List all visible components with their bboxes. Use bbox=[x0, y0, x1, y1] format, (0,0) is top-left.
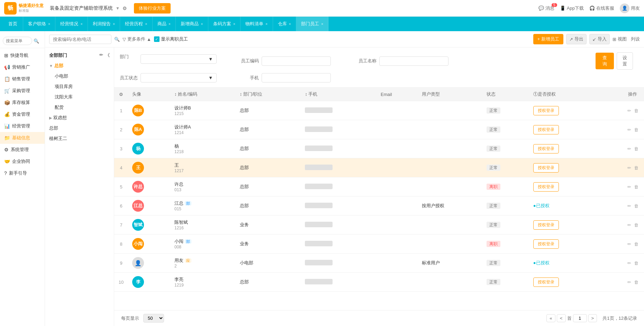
message-item[interactable]: 💬 消息 5 bbox=[538, 5, 554, 11]
tab-close-icon[interactable]: × bbox=[113, 22, 115, 26]
page-input[interactable] bbox=[573, 314, 587, 322]
export-button[interactable]: ↗ 导出 bbox=[566, 34, 587, 44]
dept-tree-child-shenyang[interactable]: 沈阳大库 bbox=[45, 92, 114, 102]
edit-icon[interactable]: ✏ bbox=[627, 261, 631, 266]
app-download-item[interactable]: 📱 App下载 bbox=[560, 5, 584, 11]
filter-more-btn[interactable]: ▽ 更多条件 ▲ bbox=[123, 36, 151, 42]
user-avatar-item[interactable]: 👤 用友 bbox=[620, 3, 640, 13]
nav-tab-客户联络[interactable]: 客户联络× bbox=[23, 17, 55, 31]
grant-login-button[interactable]: 授权登录 bbox=[533, 239, 559, 249]
row-auth[interactable]: 授权登录 bbox=[529, 120, 600, 139]
view-button[interactable]: ⊞ 视图 bbox=[613, 36, 627, 42]
delete-icon[interactable]: 🗑 bbox=[634, 108, 638, 113]
edit-icon[interactable]: ✏ bbox=[627, 165, 631, 170]
tab-close-icon[interactable]: × bbox=[321, 22, 323, 26]
nav-tab-利润报告[interactable]: 利润报告× bbox=[88, 17, 120, 31]
tab-close-icon[interactable]: × bbox=[80, 22, 82, 26]
tab-close-icon[interactable]: × bbox=[233, 22, 235, 26]
row-auth[interactable]: 授权登录 bbox=[529, 235, 600, 254]
show-resigned-checkbox[interactable]: ✓ bbox=[154, 36, 160, 42]
sidebar-item-sales[interactable]: 📋销售管理 bbox=[0, 73, 45, 85]
tab-close-icon[interactable]: × bbox=[201, 22, 203, 26]
dept-tree-child-xiaodian[interactable]: 小电部 bbox=[45, 71, 114, 81]
sidebar-search-input[interactable] bbox=[3, 37, 32, 45]
grant-login-button[interactable]: 授权登录 bbox=[533, 277, 559, 287]
per-page-select[interactable]: 50 20 100 bbox=[143, 314, 164, 323]
settings-gear-icon[interactable]: ⚙ bbox=[123, 6, 127, 11]
nav-tab-条码方案[interactable]: 条码方案× bbox=[208, 17, 241, 31]
dept-select[interactable]: ▼ bbox=[140, 54, 217, 64]
tab-close-icon[interactable]: × bbox=[169, 22, 171, 26]
col-phone-th[interactable]: ↕ 手机 bbox=[301, 88, 377, 101]
edit-icon[interactable]: ✏ bbox=[627, 184, 631, 190]
tab-close-icon[interactable]: × bbox=[289, 22, 291, 26]
sidebar-item-inventory[interactable]: 📦库存核算 bbox=[0, 97, 45, 108]
delete-icon[interactable]: 🗑 bbox=[634, 280, 638, 285]
col-name-th[interactable]: ↕ 姓名/编码 bbox=[170, 88, 236, 101]
delete-icon[interactable]: 🗑 bbox=[634, 146, 638, 151]
delete-icon[interactable]: 🗑 bbox=[634, 127, 638, 132]
sidebar-item-quick-nav[interactable]: ⊞快捷导航 bbox=[0, 50, 45, 61]
sidebar-item-system[interactable]: ⚙系统管理 bbox=[0, 144, 45, 156]
row-auth[interactable]: 授权登录 bbox=[529, 101, 600, 120]
edit-icon[interactable]: ✏ bbox=[627, 127, 631, 132]
nav-tab-经营历程[interactable]: 经营历程× bbox=[120, 17, 152, 31]
grant-login-button[interactable]: 授权登录 bbox=[533, 144, 559, 153]
edit-icon[interactable]: ✏ bbox=[627, 222, 631, 228]
prev-page-button[interactable]: < bbox=[557, 314, 566, 322]
sidebar-item-basic[interactable]: 📁基础信息 bbox=[0, 132, 45, 144]
emp-status-select[interactable]: ▼ bbox=[140, 73, 217, 82]
sidebar-item-operations[interactable]: 📊经营管理 bbox=[0, 120, 45, 132]
delete-icon[interactable]: 🗑 bbox=[634, 184, 638, 190]
edit-icon[interactable]: ✏ bbox=[627, 280, 631, 285]
import-button[interactable]: ↙ 导入 bbox=[589, 34, 610, 44]
tab-close-icon[interactable]: × bbox=[145, 22, 147, 26]
edit-icon[interactable]: ✏ bbox=[627, 203, 631, 209]
dept-tree-zhishuwangyi[interactable]: 植树王二 bbox=[45, 133, 114, 144]
nav-tab-经营情况[interactable]: 经营情况× bbox=[55, 17, 88, 31]
nav-tab-商品[interactable]: 商品× bbox=[153, 17, 176, 31]
nav-tab-首页[interactable]: 首页 bbox=[3, 17, 23, 31]
delete-icon[interactable]: 🗑 bbox=[634, 222, 638, 228]
delete-icon[interactable]: 🗑 bbox=[634, 241, 638, 247]
trial-button[interactable]: 体验行业方案 bbox=[134, 3, 171, 14]
dept-tree-zongbu[interactable]: 总部 bbox=[45, 123, 114, 133]
tab-close-icon[interactable]: × bbox=[48, 22, 50, 26]
show-resigned-checkbox-wrap[interactable]: ✓ 显示离职员工 bbox=[154, 36, 188, 42]
grant-login-button[interactable]: 授权登录 bbox=[533, 106, 559, 115]
dept-collapse-icon[interactable]: 《 bbox=[105, 52, 110, 59]
sidebar-item-finance[interactable]: 💰资金管理 bbox=[0, 108, 45, 120]
grant-login-button[interactable]: 授权登录 bbox=[533, 125, 559, 134]
dept-tree-child-project[interactable]: 项目库房 bbox=[45, 81, 114, 92]
all-dept-label[interactable]: 全部部门 bbox=[49, 52, 67, 59]
nav-tab-新增商品[interactable]: 新增商品× bbox=[176, 17, 208, 31]
delete-icon[interactable]: 🗑 bbox=[634, 165, 638, 170]
dept-tree-child-peihuo[interactable]: 配货 bbox=[45, 102, 114, 113]
phone-input[interactable] bbox=[262, 73, 331, 82]
grant-login-button[interactable]: 授权登录 bbox=[533, 163, 559, 173]
row-auth[interactable]: 授权登录 bbox=[529, 273, 600, 292]
row-auth[interactable]: 授权登录 bbox=[529, 139, 600, 158]
nav-tab-仓库[interactable]: 仓库× bbox=[273, 17, 296, 31]
edit-icon[interactable]: ✏ bbox=[627, 108, 631, 113]
emp-name-input[interactable] bbox=[379, 56, 448, 66]
online-service-item[interactable]: 🎧 在线客服 bbox=[589, 5, 614, 11]
tab-close-icon[interactable]: × bbox=[265, 22, 267, 26]
grant-login-button[interactable]: 授权登录 bbox=[533, 182, 559, 192]
add-employee-button[interactable]: + 新增员工 bbox=[533, 34, 563, 44]
nav-tab-物料清单[interactable]: 物料清单× bbox=[241, 17, 273, 31]
search-icon[interactable]: 🔍 bbox=[114, 37, 120, 42]
edit-icon[interactable]: ✏ bbox=[627, 241, 631, 247]
nav-tab-部门员工[interactable]: 部门员工× bbox=[296, 17, 328, 31]
sidebar-item-guide[interactable]: ?新手引导 bbox=[0, 167, 45, 179]
edit-icon[interactable]: ✏ bbox=[627, 146, 631, 151]
col-settings-button[interactable]: 列设 bbox=[631, 36, 640, 42]
search-button[interactable]: 查询 bbox=[596, 53, 614, 69]
reset-button[interactable]: 设置 bbox=[617, 52, 633, 70]
col-settings-th[interactable]: ⚙ bbox=[114, 88, 128, 101]
dept-tree-shuanglvxiang[interactable]: ▶ 双虑想 bbox=[45, 113, 114, 123]
col-dept-th[interactable]: ↕ 部门/职位 bbox=[236, 88, 301, 101]
sidebar-item-purchase[interactable]: 🛒采购管理 bbox=[0, 85, 45, 97]
dept-search-input[interactable] bbox=[49, 35, 111, 44]
emp-code-input[interactable] bbox=[262, 56, 331, 66]
